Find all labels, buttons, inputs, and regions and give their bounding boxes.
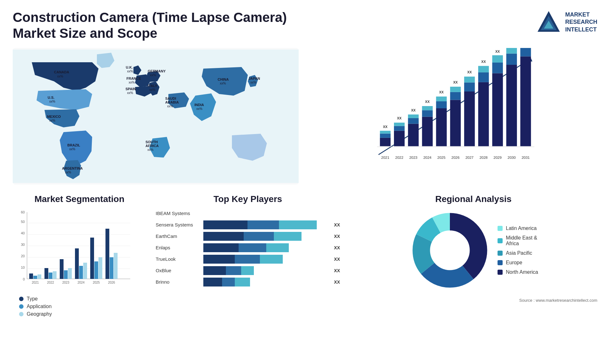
- svg-rect-69: [464, 82, 475, 91]
- svg-text:XX: XX: [439, 90, 444, 94]
- svg-rect-45: [394, 123, 405, 126]
- svg-text:SOUTH: SOUTH: [146, 140, 158, 144]
- svg-text:xx%: xx%: [57, 75, 63, 78]
- svg-rect-48: [408, 124, 419, 146]
- svg-text:xx%: xx%: [65, 171, 71, 174]
- player-bar: [203, 243, 329, 252]
- svg-rect-88: [520, 56, 531, 146]
- svg-rect-43: [394, 131, 405, 146]
- svg-rect-65: [450, 87, 461, 92]
- svg-text:2030: 2030: [508, 156, 516, 159]
- reg-legend-europe: Europe: [498, 260, 538, 266]
- reg-legend-apac: Asia Pacific: [498, 250, 538, 256]
- player-row: EarthCam XX: [156, 232, 340, 241]
- svg-rect-60: [436, 97, 447, 101]
- svg-text:2029: 2029: [493, 156, 502, 159]
- svg-rect-108: [29, 273, 33, 279]
- svg-text:ITALY: ITALY: [148, 84, 158, 88]
- svg-rect-38: [380, 138, 391, 146]
- svg-text:2023: 2023: [62, 281, 70, 284]
- header: Construction Camera (Time Lapse Camera) …: [13, 10, 597, 42]
- svg-rect-50: [408, 114, 419, 118]
- top-section: CANADA xx% U.S. xx% MEXICO xx% BRAZIL xx…: [13, 48, 597, 185]
- svg-text:XX: XX: [467, 70, 472, 74]
- svg-rect-84: [506, 53, 517, 64]
- svg-rect-122: [83, 263, 87, 279]
- player-row: Brinno XX: [156, 278, 340, 286]
- player-value: XX: [334, 268, 340, 273]
- svg-text:FRANCE: FRANCE: [126, 77, 141, 80]
- svg-text:2023: 2023: [409, 156, 417, 159]
- bar-chart-svg: XX 2021 XX 2022 XX 2023 XX 2024: [311, 48, 597, 169]
- svg-text:2028: 2028: [479, 156, 488, 159]
- page-container: Construction Camera (Time Lapse Camera) …: [0, 0, 610, 364]
- regional-title: Regional Analysis: [349, 194, 597, 204]
- svg-rect-75: [478, 66, 489, 72]
- reg-legend-mea: Middle East &Africa: [498, 235, 538, 246]
- svg-rect-125: [94, 261, 98, 279]
- reg-label: Europe: [506, 260, 522, 266]
- player-bar: [203, 232, 329, 241]
- player-bar: [203, 220, 329, 229]
- logo-area: MARKET RESEARCH INTELLECT: [536, 10, 597, 35]
- svg-text:MEXICO: MEXICO: [47, 115, 61, 118]
- world-map-svg: CANADA xx% U.S. xx% MEXICO xx% BRAZIL xx…: [13, 48, 299, 185]
- reg-label: Asia Pacific: [506, 250, 532, 256]
- player-name: Brinno: [156, 279, 200, 285]
- player-value: XX: [334, 234, 340, 239]
- svg-text:ARGENTINA: ARGENTINA: [62, 166, 83, 170]
- svg-text:xx%: xx%: [167, 104, 173, 108]
- svg-rect-55: [422, 106, 433, 110]
- svg-text:2022: 2022: [47, 281, 54, 284]
- svg-text:2027: 2027: [465, 156, 474, 159]
- svg-rect-59: [436, 101, 447, 108]
- svg-text:SAUDI: SAUDI: [165, 97, 176, 100]
- svg-text:2026: 2026: [108, 281, 115, 284]
- player-name: OxBlue: [156, 268, 200, 273]
- svg-text:xx%: xx%: [196, 107, 202, 111]
- svg-text:2024: 2024: [423, 156, 431, 159]
- svg-rect-110: [37, 274, 41, 279]
- reg-legend-na: North America: [498, 269, 538, 275]
- svg-rect-121: [79, 266, 83, 279]
- map-area: CANADA xx% U.S. xx% MEXICO xx% BRAZIL xx…: [13, 48, 299, 185]
- source-text: Source : www.marketresearchintellect.com: [349, 298, 597, 303]
- svg-text:CHINA: CHINA: [218, 78, 229, 81]
- svg-text:xx%: xx%: [129, 81, 135, 84]
- player-name: Enlaps: [156, 245, 200, 250]
- svg-text:XX: XX: [411, 108, 416, 112]
- svg-rect-89: [520, 48, 531, 57]
- player-name: TrueLook: [156, 256, 200, 262]
- svg-text:U.S.: U.S.: [48, 96, 54, 99]
- svg-rect-49: [408, 118, 419, 124]
- svg-text:xx%: xx%: [127, 91, 133, 95]
- svg-rect-70: [464, 77, 475, 83]
- reg-label: Middle East &Africa: [506, 235, 537, 246]
- player-name: Sensera Systems: [156, 222, 200, 227]
- svg-text:SPAIN: SPAIN: [125, 87, 136, 91]
- svg-text:2022: 2022: [395, 156, 403, 159]
- svg-text:ARABIA: ARABIA: [165, 100, 179, 104]
- key-players-area: Top Key Players IBEAM Systems Sensera Sy…: [156, 194, 340, 315]
- svg-text:xx%: xx%: [127, 70, 133, 73]
- svg-rect-80: [492, 55, 503, 63]
- svg-text:CANADA: CANADA: [54, 70, 69, 74]
- svg-rect-128: [105, 229, 109, 279]
- player-row: Sensera Systems XX: [156, 220, 340, 229]
- svg-text:xx%: xx%: [147, 148, 153, 152]
- svg-rect-126: [98, 257, 102, 279]
- segmentation-chart: 0 10 20 30 40 50 60 2021: [13, 209, 133, 292]
- svg-text:XX: XX: [425, 100, 430, 104]
- svg-rect-129: [110, 257, 113, 279]
- svg-rect-53: [422, 117, 433, 146]
- svg-text:GERMANY: GERMANY: [148, 69, 166, 73]
- svg-text:2021: 2021: [32, 281, 39, 284]
- player-row: IBEAM Systems: [156, 209, 340, 218]
- svg-text:XX: XX: [495, 50, 500, 53]
- svg-text:2026: 2026: [451, 156, 460, 159]
- bar-chart-area: XX 2021 XX 2022 XX 2023 XX 2024: [311, 48, 597, 185]
- svg-text:xx%: xx%: [220, 82, 226, 85]
- svg-text:xx%: xx%: [250, 81, 256, 84]
- svg-text:XX: XX: [397, 116, 402, 120]
- svg-rect-63: [450, 100, 461, 146]
